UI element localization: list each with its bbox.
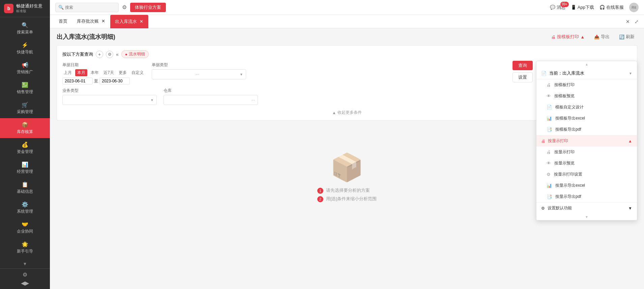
date-range-separator: 至 xyxy=(94,78,98,84)
display-print-section-header[interactable]: 🖨 按显示打印 ▲ xyxy=(536,135,637,147)
header-right: 💬 消息 99+ 📱 App下载 🎧 在线客服 Rit xyxy=(550,3,639,12)
sidebar-settings-icon[interactable]: ⚙ xyxy=(23,271,27,278)
tab-flow[interactable]: 出入库流水 ✕ xyxy=(110,15,148,28)
template-excel-item[interactable]: 📊 按模板导出excel xyxy=(536,113,637,124)
tab-home[interactable]: 首页 xyxy=(54,15,72,28)
warehouse-select[interactable]: ··· xyxy=(164,95,258,105)
sidebar-toggle-icon[interactable]: ◀▶ xyxy=(21,280,29,286)
message-badge: 99+ xyxy=(560,2,569,7)
date-to-input[interactable] xyxy=(99,78,130,84)
template-design-item[interactable]: 📄 模板自定义设计 xyxy=(536,102,637,113)
template-excel-icon: 📊 xyxy=(547,116,552,121)
system-icon: ⚙️ xyxy=(22,201,28,208)
current-label: 当前：出入库流水 xyxy=(549,70,584,76)
date-range-inputs: 至 xyxy=(62,78,145,84)
trial-button[interactable]: 体验行业方案 xyxy=(130,3,166,12)
template-print-label: 按模板打印 xyxy=(554,82,575,88)
quicknav-icon: ⚡ xyxy=(22,42,28,48)
sidebar-item-guide[interactable]: 🌟 新手引导 xyxy=(0,238,50,258)
doc-type-select[interactable]: ··· ▼ xyxy=(152,69,246,79)
header-left: 🔍 ⚙ 体验行业方案 xyxy=(55,3,166,12)
dropdown-scroll-up-btn[interactable]: ▲ xyxy=(536,61,637,68)
date-from-input[interactable] xyxy=(62,78,93,84)
template-pdf-item[interactable]: 📑 按模板导出pdf xyxy=(536,124,637,135)
export-action-btn[interactable]: 📤 导出 xyxy=(591,32,612,41)
display-print-settings-item[interactable]: ⚙ 按显示打印设置 xyxy=(536,169,637,180)
empty-step-2: 2 用[选]条件来缩小分析范围 xyxy=(317,196,377,202)
sidebar-item-quicknav[interactable]: ⚡ 快捷导航 xyxy=(0,38,50,58)
shortcut-more[interactable]: 更多 xyxy=(117,69,128,76)
online-service-label: 在线客服 xyxy=(606,4,624,10)
doc-type-label: 单据类型 xyxy=(152,62,246,68)
tag-icon: ● xyxy=(125,52,127,57)
app-download-btn[interactable]: 📱 App下载 xyxy=(571,4,594,10)
display-excel-item[interactable]: 📊 按显示导出excel xyxy=(536,180,637,191)
business-type-select[interactable]: ▼ xyxy=(62,95,157,105)
tab-maximize-icon[interactable]: ⤢ xyxy=(633,19,640,24)
shortcut-this-month[interactable]: 本月 xyxy=(75,69,87,76)
sidebar-item-cooperation[interactable]: 🤝 企业协同 xyxy=(0,218,50,238)
finance-label: 资金管理 xyxy=(17,149,33,155)
display-pdf-item[interactable]: 📑 按显示导出pdf xyxy=(536,191,637,202)
print-chevron-up-icon: ▲ xyxy=(580,34,585,40)
shortcut-7days[interactable]: 近7天 xyxy=(102,69,115,76)
refresh-action-btn[interactable]: 🔄 刷新 xyxy=(616,32,637,41)
sidebar-item-system[interactable]: ⚙️ 系统管理 xyxy=(0,198,50,218)
tab-close-all-icon[interactable]: ✕ xyxy=(624,19,631,24)
print-action-btn[interactable]: 🖨 按模板打印 ▲ xyxy=(549,32,587,41)
online-service-btn[interactable]: 🎧 在线客服 xyxy=(599,4,624,10)
template-preview-icon: 👁 xyxy=(547,94,551,99)
sidebar-item-marketing[interactable]: 📢 营销推广 xyxy=(0,58,50,78)
sidebar-item-basic[interactable]: 📋 基础信息 xyxy=(0,178,50,198)
message-btn[interactable]: 💬 消息 99+ xyxy=(550,4,565,10)
sidebar-item-purchase[interactable]: 🛒 采购管理 xyxy=(0,98,50,118)
display-preview-item[interactable]: 👁 按显示预览 xyxy=(536,158,637,169)
page-content: 出入库流水(流水明细) 🖨 按模板打印 ▲ 📤 导出 🔄 刷新 xyxy=(50,28,644,289)
doc-type-more-dots[interactable]: ··· xyxy=(196,72,199,77)
collapse-label: 收起更多条件 xyxy=(338,110,362,115)
filter-settings-btn[interactable]: ⚙ xyxy=(106,51,113,58)
dropdown-footer[interactable]: ⚙ 设置默认功能 ▼ xyxy=(536,203,637,214)
display-print-label: 按显示打印 xyxy=(554,149,575,155)
template-print-item[interactable]: 🖨 按模板打印 xyxy=(536,79,637,90)
tab-batch-close[interactable]: ✕ xyxy=(101,19,106,24)
shortcut-last-month[interactable]: 上月 xyxy=(62,69,73,76)
template-preview-item[interactable]: 👁 按模板预览 xyxy=(536,90,637,102)
shortcut-this-year[interactable]: 本年 xyxy=(89,69,100,76)
template-design-label: 模板自定义设计 xyxy=(555,104,584,110)
sidebar-item-finance[interactable]: 💰 资金管理 xyxy=(0,138,50,158)
shortcut-custom[interactable]: 自定义 xyxy=(130,69,145,76)
display-excel-icon: 📊 xyxy=(547,183,552,188)
filter-add-btn[interactable]: + xyxy=(96,51,103,58)
template-preview-label: 按模板预览 xyxy=(554,93,575,99)
sales-label: 销售管理 xyxy=(17,89,33,95)
settings-icon[interactable]: ⚙ xyxy=(122,4,127,10)
tab-flow-label: 出入库流水 xyxy=(115,19,137,25)
display-preview-icon: 👁 xyxy=(547,161,551,166)
search-box[interactable]: 🔍 xyxy=(55,3,119,12)
tabs-right-actions: ✕ ⤢ xyxy=(624,19,640,24)
sidebar-item-inventory[interactable]: 📦 库存核算 xyxy=(0,118,50,138)
user-avatar[interactable]: Rit xyxy=(629,3,639,12)
sidebar-item-search[interactable]: 🔍 搜索菜单 xyxy=(0,19,50,38)
filter-tag[interactable]: ● 流水明细 xyxy=(121,50,149,58)
quicknav-label: 快捷导航 xyxy=(17,49,33,55)
inventory-label: 库存核算 xyxy=(17,129,33,135)
sidebar-item-sales[interactable]: 💹 销售管理 xyxy=(0,78,50,98)
tab-batch[interactable]: 库存批次账 ✕ xyxy=(72,15,110,28)
search-icon: 🔍 xyxy=(58,5,64,10)
cooperation-label: 企业协同 xyxy=(17,229,33,234)
sidebar-item-operations[interactable]: 📊 经营管理 xyxy=(0,158,50,178)
tab-flow-close[interactable]: ✕ xyxy=(139,19,144,24)
warehouse-field: 仓库 ··· xyxy=(164,88,258,105)
search-input[interactable] xyxy=(65,5,116,10)
settings-button[interactable]: 设置 xyxy=(513,72,533,82)
current-indicator-section: 📄 当前：出入库流水 ▼ xyxy=(536,68,637,79)
dropdown-scroll-down-btn[interactable]: ▼ xyxy=(536,214,637,220)
warehouse-more-dots[interactable]: ··· xyxy=(252,98,255,102)
sidebar-scroll-down-btn[interactable]: ▼ xyxy=(0,259,50,268)
query-button[interactable]: 查询 xyxy=(513,61,533,70)
filter-collapse-btn[interactable]: « xyxy=(116,52,119,57)
template-print-icon: 🖨 xyxy=(547,82,551,87)
display-print-item[interactable]: 🖨 按显示打印 xyxy=(536,147,637,158)
